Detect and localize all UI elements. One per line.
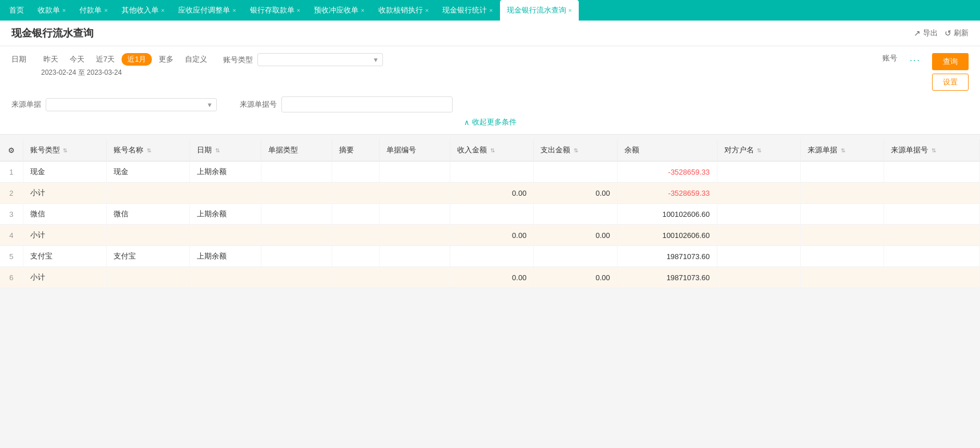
cell-voucher-type — [261, 183, 332, 204]
cell-date — [190, 183, 261, 204]
cell-income — [450, 162, 533, 183]
table-row[interactable]: 5 支付宝 支付宝 上期余额 19871073.60 — [0, 246, 980, 267]
nav-tab-yushou[interactable]: 预收冲应收单 × — [307, 0, 371, 21]
cell-summary — [332, 204, 379, 225]
date-filter-label: 日期 — [11, 54, 34, 64]
cell-voucher-type — [261, 162, 332, 183]
cell-counterparty — [717, 162, 800, 183]
table-wrapper: ⚙ 账号类型 ⇅ 账号名称 ⇅ 日期 ⇅ 单据类型 摘要 — [0, 139, 980, 288]
cell-account-type: 小计 — [23, 183, 106, 204]
sort-icon: ⇅ — [63, 147, 67, 154]
refresh-button[interactable]: ↺ 刷新 — [945, 28, 969, 38]
cell-account-name: 支付宝 — [106, 246, 189, 267]
nav-tab-shouvan[interactable]: 收款核销执行 × — [372, 0, 435, 21]
table-body: 1 现金 现金 上期余额 -3528659.33 2 小计 0.00 0.00 … — [0, 162, 980, 288]
tab-close-icon[interactable]: × — [361, 0, 364, 21]
date-opt-7days[interactable]: 近7天 — [91, 53, 119, 66]
date-opt-yesterday[interactable]: 昨天 — [39, 53, 63, 66]
nav-tab-liushui[interactable]: 现金银行流水查询 × — [500, 0, 579, 21]
cell-source-voucher — [800, 162, 884, 183]
cell-date: 上期余额 — [190, 204, 261, 225]
source-voucher-select[interactable]: ▾ — [46, 98, 217, 111]
sort-icon: ⇅ — [490, 147, 495, 154]
tab-close-icon[interactable]: × — [425, 0, 429, 21]
cell-counterparty — [717, 225, 800, 246]
export-button[interactable]: ↗ 导出 — [914, 28, 938, 38]
query-button[interactable]: 查询 — [932, 53, 969, 70]
cell-voucher-no — [379, 225, 450, 246]
col-voucher-type[interactable]: 单据类型 — [261, 139, 332, 162]
cell-source-voucher-no — [884, 204, 980, 225]
col-source-voucher-no[interactable]: 来源单据号 ⇅ — [884, 139, 980, 162]
filter-area: 日期 昨天 今天 近7天 近1月 更多 自定义 2023-02-24 至 202… — [0, 46, 980, 135]
tab-close-icon[interactable]: × — [489, 0, 493, 21]
cell-source-voucher — [800, 225, 884, 246]
tab-close-icon[interactable]: × — [568, 0, 572, 21]
cell-expense: 0.00 — [534, 267, 617, 288]
top-navigation: 首页 收款单 × 付款单 × 其他收入单 × 应收应付调整单 × 银行存取款单 … — [0, 0, 980, 21]
col-settings[interactable]: ⚙ — [0, 139, 23, 162]
nav-tab-tongji[interactable]: 现金银行统计 × — [435, 0, 499, 21]
col-account-type[interactable]: 账号类型 ⇅ — [23, 139, 106, 162]
cell-expense: 0.00 — [534, 183, 617, 204]
tab-close-icon[interactable]: × — [62, 0, 66, 21]
cell-summary — [332, 162, 379, 183]
nav-tab-yinhang[interactable]: 银行存取款单 × — [243, 0, 307, 21]
nav-tab-yingshou[interactable]: 应收应付调整单 × — [171, 0, 243, 21]
tab-close-icon[interactable]: × — [161, 0, 164, 21]
account-no-label: 账号 — [882, 53, 905, 63]
nav-tab-qita[interactable]: 其他收入单 × — [115, 0, 171, 21]
col-counterparty[interactable]: 对方户名 ⇅ — [717, 139, 800, 162]
col-summary[interactable]: 摘要 — [332, 139, 379, 162]
cell-summary — [332, 246, 379, 267]
cell-source-voucher-no — [884, 267, 980, 288]
cell-summary — [332, 267, 379, 288]
nav-tab-shoudan[interactable]: 收款单 × — [31, 0, 72, 21]
collapse-label: 收起更多条件 — [472, 117, 517, 127]
date-opt-custom[interactable]: 自定义 — [180, 53, 212, 66]
source-voucher-label: 来源单据 — [11, 99, 41, 110]
table-row[interactable]: 6 小计 0.00 0.00 19871073.60 — [0, 267, 980, 288]
tab-close-icon[interactable]: × — [104, 0, 107, 21]
cell-voucher-no — [379, 183, 450, 204]
col-balance[interactable]: 余额 — [617, 139, 717, 162]
settings-button[interactable]: 设置 — [932, 74, 969, 91]
col-account-name[interactable]: 账号名称 ⇅ — [106, 139, 189, 162]
date-opt-today[interactable]: 今天 — [65, 53, 89, 66]
col-income[interactable]: 收入金额 ⇅ — [450, 139, 533, 162]
date-opt-1month[interactable]: 近1月 — [122, 53, 152, 66]
cell-num: 3 — [0, 204, 23, 225]
table-row[interactable]: 1 现金 现金 上期余额 -3528659.33 — [0, 162, 980, 183]
col-source-voucher[interactable]: 来源单据 ⇅ — [800, 139, 884, 162]
cell-num: 1 — [0, 162, 23, 183]
nav-tab-fukudan[interactable]: 付款单 × — [72, 0, 114, 21]
account-type-select[interactable]: ▾ — [257, 53, 383, 66]
cell-account-name: 现金 — [106, 162, 189, 183]
source-voucher-no-input[interactable] — [281, 96, 453, 112]
cell-summary — [332, 225, 379, 246]
cell-source-voucher — [800, 204, 884, 225]
cell-voucher-no — [379, 246, 450, 267]
table-row[interactable]: 4 小计 0.00 0.00 100102606.60 — [0, 225, 980, 246]
cell-account-type: 小计 — [23, 225, 106, 246]
cell-account-name — [106, 183, 189, 204]
collapse-icon: ∧ — [464, 118, 470, 127]
chevron-down-icon-2: ▾ — [208, 100, 212, 109]
nav-home[interactable]: 首页 — [2, 0, 31, 21]
page-title: 现金银行流水查询 — [11, 26, 94, 40]
col-date[interactable]: 日期 ⇅ — [190, 139, 261, 162]
date-opt-more[interactable]: 更多 — [154, 53, 178, 66]
account-no-dots[interactable]: ... — [910, 53, 921, 63]
cell-expense — [534, 162, 617, 183]
col-voucher-no[interactable]: 单据编号 — [379, 139, 450, 162]
tab-close-icon[interactable]: × — [232, 0, 236, 21]
table-row[interactable]: 2 小计 0.00 0.00 -3528659.33 — [0, 183, 980, 204]
table-row[interactable]: 3 微信 微信 上期余额 100102606.60 — [0, 204, 980, 225]
chevron-down-icon: ▾ — [374, 55, 378, 64]
collapse-bar[interactable]: ∧ 收起更多条件 — [11, 117, 969, 127]
col-expense[interactable]: 支出金额 ⇅ — [534, 139, 617, 162]
cell-source-voucher-no — [884, 246, 980, 267]
header-actions: ↗ 导出 ↺ 刷新 — [914, 28, 969, 38]
sort-icon: ⇅ — [757, 147, 761, 154]
tab-close-icon[interactable]: × — [297, 0, 300, 21]
